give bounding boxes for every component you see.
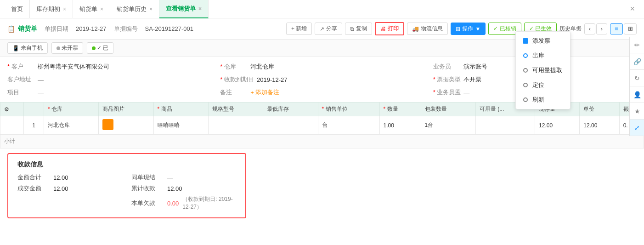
sidebar-star-icon[interactable]: ★ bbox=[630, 103, 644, 120]
same-settlement-value: — bbox=[167, 174, 173, 181]
row-pack-qty: 1台 bbox=[421, 116, 475, 135]
dropdown-locate[interactable]: 定位 bbox=[516, 78, 570, 92]
row-num: 1 bbox=[24, 116, 44, 135]
add-note-label: 添加备注 bbox=[255, 88, 279, 97]
sidebar-expand-icon[interactable]: ⤢ bbox=[630, 120, 644, 136]
sidebar-link-icon[interactable]: 🔗 bbox=[630, 53, 644, 70]
tab-inventory-label: 库存期初 bbox=[36, 5, 60, 13]
same-settlement-label: 同单现结 bbox=[131, 173, 164, 182]
confirm-label: ✓ 已 bbox=[97, 44, 108, 52]
dropdown-outbound[interactable]: 出库 bbox=[516, 48, 570, 63]
row-product-img bbox=[99, 116, 153, 135]
col-pack-qty: 包装数量 bbox=[421, 103, 475, 116]
doc-no-value: SA-20191227-001 bbox=[145, 25, 194, 32]
table-row: 1 河北仓库 嘻嘻嘻嘻 台 1.00 1台 12.00 12.00 0. bbox=[0, 116, 644, 135]
operations-label: 操作 bbox=[462, 25, 473, 33]
total-amount-value: 12.00 bbox=[53, 174, 68, 181]
col-product-img: 商品图片 bbox=[99, 103, 153, 116]
customer-label: 客户 bbox=[7, 63, 35, 71]
dropdown-available-qty[interactable]: 可用量提取 bbox=[516, 63, 570, 78]
print-btn[interactable]: 🖨 打印 bbox=[375, 22, 404, 35]
add-note-icon: + bbox=[250, 89, 254, 96]
available-qty-label: 可用量提取 bbox=[532, 66, 562, 74]
global-close-btn[interactable]: × bbox=[625, 4, 639, 14]
view-toggles: ≡ ⊞ bbox=[610, 23, 637, 34]
date-label: 单据日期 bbox=[45, 25, 68, 33]
dropdown-refresh[interactable]: 刷新 bbox=[516, 92, 570, 107]
circle-icon bbox=[523, 53, 528, 58]
project-value: — bbox=[38, 89, 44, 96]
sidebar-rotate-icon[interactable]: ↻ bbox=[630, 70, 644, 86]
address-label: 客户地址 bbox=[7, 75, 35, 84]
confirm-btn[interactable]: ✓ 已 bbox=[87, 42, 113, 54]
outbound-label: 出库 bbox=[532, 51, 544, 60]
logistics-label: 物流信息 bbox=[421, 25, 443, 33]
prev-arrow[interactable]: ‹ bbox=[584, 23, 595, 34]
from-phone-btn[interactable]: 📱 来自手机 bbox=[7, 42, 48, 54]
address-value: — bbox=[38, 76, 44, 83]
doc-actions: + 新增 ↗ 分享 ⧉ 复制 🖨 打印 🚚 物流信息 ⊞ 操作 ▼ bbox=[286, 22, 637, 35]
sidebar-edit-icon[interactable]: ✏ bbox=[630, 37, 644, 53]
tab-view-sales[interactable]: 查看销货单 × bbox=[159, 0, 209, 18]
col-warehouse: 仓库 bbox=[44, 103, 98, 116]
from-phone-label: 来自手机 bbox=[21, 44, 43, 52]
tab-sales-history[interactable]: 销货单历史 × bbox=[110, 0, 159, 18]
operations-btn[interactable]: ⊞ 操作 ▼ bbox=[451, 23, 486, 35]
list-view-toggle[interactable]: ≡ bbox=[610, 23, 623, 34]
next-arrow[interactable]: › bbox=[596, 23, 607, 34]
total-amount-label: 金额合计 bbox=[17, 173, 50, 182]
operations-icon: ⊞ bbox=[456, 26, 460, 32]
share-btn[interactable]: ↗ 分享 bbox=[315, 23, 342, 35]
tab-inventory-init[interactable]: 库存期初 × bbox=[30, 0, 73, 18]
available-qty-icon bbox=[522, 67, 529, 74]
not-opened-dot bbox=[56, 46, 60, 50]
print-label: 打印 bbox=[388, 25, 399, 33]
warehouse-row: 仓库 河北仓库 bbox=[220, 63, 424, 71]
tab-history-close[interactable]: × bbox=[149, 6, 153, 12]
new-btn[interactable]: + 新增 bbox=[286, 23, 312, 35]
doc-title: 📋 销货单 bbox=[7, 25, 37, 33]
settings-icon[interactable]: ⚙ bbox=[4, 106, 9, 113]
date-value: 2019-12-27 bbox=[76, 25, 107, 32]
col-qty: 数量 bbox=[379, 103, 421, 116]
refresh-circle-icon bbox=[523, 97, 528, 102]
nav-arrows: ‹ › bbox=[584, 23, 607, 34]
payment-title: 收款信息 bbox=[17, 160, 236, 169]
product-thumbnail bbox=[102, 119, 113, 130]
tab-bar: 首页 库存期初 × 销货单 × 销货单历史 × 查看销货单 × × bbox=[0, 0, 644, 18]
refresh-label: 刷新 bbox=[532, 96, 544, 104]
sq-icon bbox=[523, 38, 528, 44]
grid-view-toggle[interactable]: ⊞ bbox=[624, 23, 637, 34]
logistics-btn[interactable]: 🚚 物流信息 bbox=[407, 23, 448, 35]
doc-no-label: 单据编号 bbox=[114, 25, 138, 33]
locate-icon bbox=[522, 82, 529, 88]
current-due-value: 0.00 bbox=[167, 200, 179, 207]
tab-sales-close[interactable]: × bbox=[100, 6, 103, 12]
doc-icon: 📋 bbox=[7, 25, 15, 33]
not-opened-btn[interactable]: 未开票 bbox=[51, 42, 83, 54]
row-spec bbox=[208, 116, 263, 135]
tab-sales-order[interactable]: 销货单 × bbox=[73, 0, 110, 18]
payment-date-value: 2019-12-27 bbox=[257, 76, 288, 83]
sales-staff-label: 业务员孟 bbox=[433, 88, 461, 97]
operations-caret: ▼ bbox=[475, 26, 480, 32]
tab-home[interactable]: 首页 bbox=[5, 0, 30, 18]
row-available bbox=[475, 116, 535, 135]
add-note-btn[interactable]: + 添加备注 bbox=[250, 88, 279, 97]
sidebar-user-icon[interactable]: 👤 bbox=[630, 86, 644, 103]
tab-view-sales-close[interactable]: × bbox=[198, 6, 202, 12]
tab-home-label: 首页 bbox=[11, 5, 23, 13]
invoice-label: 票据类型 bbox=[433, 75, 461, 84]
share-label: 分享 bbox=[326, 25, 337, 33]
note-row: 备注 + 添加备注 bbox=[220, 88, 424, 97]
project-row: 项目 — bbox=[7, 88, 211, 97]
payment-date-label: 收款到期日 bbox=[220, 75, 254, 84]
logistics-icon: 🚚 bbox=[412, 26, 419, 32]
sold-label: ✓ 已核销 bbox=[493, 25, 516, 33]
col-spec: 规格型号 bbox=[208, 103, 263, 116]
copy-btn[interactable]: ⧉ 复制 bbox=[345, 23, 372, 35]
dropdown-add-invoice[interactable]: 添发票 bbox=[516, 34, 570, 48]
current-due-row: 本单欠款 0.00 （收款到期日: 2019-12-27） bbox=[131, 195, 236, 211]
locate-circle-icon bbox=[523, 83, 528, 87]
tab-inventory-close[interactable]: × bbox=[63, 6, 66, 12]
